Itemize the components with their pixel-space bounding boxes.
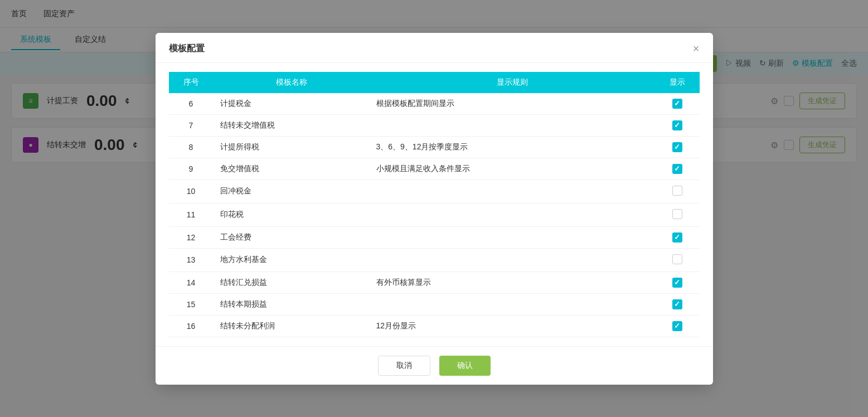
row-id: 6 [169, 93, 214, 115]
modal-header: 模板配置 × [156, 33, 713, 63]
row-display [655, 248, 700, 271]
row-id: 10 [169, 180, 214, 203]
table-row: 10回冲税金 [169, 180, 700, 203]
row-id: 14 [169, 271, 214, 293]
modal-close-button[interactable]: × [693, 43, 700, 54]
row-rule: 小规模且满足收入条件显示 [370, 158, 655, 180]
row-display [655, 226, 700, 248]
row-display [655, 203, 700, 226]
row-id: 13 [169, 248, 214, 271]
checkbox-checked[interactable] [672, 321, 682, 331]
row-display [655, 114, 700, 136]
table-header: 序号 模板名称 显示规则 显示 [169, 72, 700, 93]
row-display [655, 158, 700, 180]
row-name: 免交增值税 [214, 158, 370, 180]
row-display [655, 93, 700, 115]
row-name: 回冲税金 [214, 180, 370, 203]
row-rule: 3、6、9、12月按季度显示 [370, 136, 655, 158]
row-rule [370, 180, 655, 203]
row-rule: 有外币核算显示 [370, 271, 655, 293]
confirm-button[interactable]: 确认 [439, 356, 491, 376]
row-name: 计提税金 [214, 93, 370, 115]
modal-overlay: 模板配置 × 序号 模板名称 显示规则 显示 6计提税金根据模板配置期间显示7结… [0, 0, 868, 417]
checkbox-checked[interactable] [672, 120, 682, 130]
row-id: 11 [169, 203, 214, 226]
table-row: 14结转汇兑损益有外币核算显示 [169, 271, 700, 293]
row-rule [370, 293, 655, 315]
checkbox-unchecked[interactable] [672, 186, 682, 196]
row-id: 9 [169, 158, 214, 180]
table-row: 16结转未分配利润12月份显示 [169, 315, 700, 337]
col-header-name: 模板名称 [214, 72, 370, 93]
table-row: 6计提税金根据模板配置期间显示 [169, 93, 700, 115]
config-table: 序号 模板名称 显示规则 显示 6计提税金根据模板配置期间显示7结转未交增值税8… [169, 72, 700, 337]
row-display [655, 271, 700, 293]
table-row: 8计提所得税3、6、9、12月按季度显示 [169, 136, 700, 158]
row-id: 8 [169, 136, 214, 158]
modal-title: 模板配置 [169, 43, 205, 55]
row-name: 结转汇兑损益 [214, 271, 370, 293]
table-row: 12工会经费 [169, 226, 700, 248]
table-scroll-container[interactable]: 序号 模板名称 显示规则 显示 6计提税金根据模板配置期间显示7结转未交增值税8… [169, 72, 700, 337]
checkbox-checked[interactable] [672, 278, 682, 288]
row-id: 12 [169, 226, 214, 248]
col-header-display: 显示 [655, 72, 700, 93]
row-display [655, 315, 700, 337]
row-name: 结转未分配利润 [214, 315, 370, 337]
row-rule [370, 248, 655, 271]
row-display [655, 293, 700, 315]
row-name: 结转本期损益 [214, 293, 370, 315]
row-name: 结转未交增值税 [214, 114, 370, 136]
checkbox-unchecked[interactable] [672, 254, 682, 264]
row-rule [370, 114, 655, 136]
row-rule: 12月份显示 [370, 315, 655, 337]
checkbox-checked[interactable] [672, 299, 682, 309]
row-display [655, 136, 700, 158]
row-rule [370, 203, 655, 226]
row-name: 计提所得税 [214, 136, 370, 158]
row-rule: 根据模板配置期间显示 [370, 93, 655, 115]
row-id: 15 [169, 293, 214, 315]
row-display [655, 180, 700, 203]
row-id: 7 [169, 114, 214, 136]
row-id: 16 [169, 315, 214, 337]
modal-body: 序号 模板名称 显示规则 显示 6计提税金根据模板配置期间显示7结转未交增值税8… [156, 63, 713, 346]
col-header-id: 序号 [169, 72, 214, 93]
modal-footer: 取消 确认 [156, 346, 713, 385]
table-row: 7结转未交增值税 [169, 114, 700, 136]
row-rule [370, 226, 655, 248]
checkbox-checked[interactable] [672, 232, 682, 243]
cancel-button[interactable]: 取消 [378, 356, 430, 376]
row-name: 工会经费 [214, 226, 370, 248]
row-name: 地方水利基金 [214, 248, 370, 271]
row-name: 印花税 [214, 203, 370, 226]
table-row: 9免交增值税小规模且满足收入条件显示 [169, 158, 700, 180]
checkbox-checked[interactable] [672, 164, 682, 174]
checkbox-checked[interactable] [672, 99, 682, 109]
table-row: 13地方水利基金 [169, 248, 700, 271]
col-header-rule: 显示规则 [370, 72, 655, 93]
table-row: 15结转本期损益 [169, 293, 700, 315]
checkbox-checked[interactable] [672, 142, 682, 152]
table-body: 6计提税金根据模板配置期间显示7结转未交增值税8计提所得税3、6、9、12月按季… [169, 93, 700, 337]
template-config-modal: 模板配置 × 序号 模板名称 显示规则 显示 6计提税金根据模板配置期间显示7结… [156, 33, 713, 385]
table-row: 11印花税 [169, 203, 700, 226]
checkbox-unchecked[interactable] [672, 209, 682, 219]
